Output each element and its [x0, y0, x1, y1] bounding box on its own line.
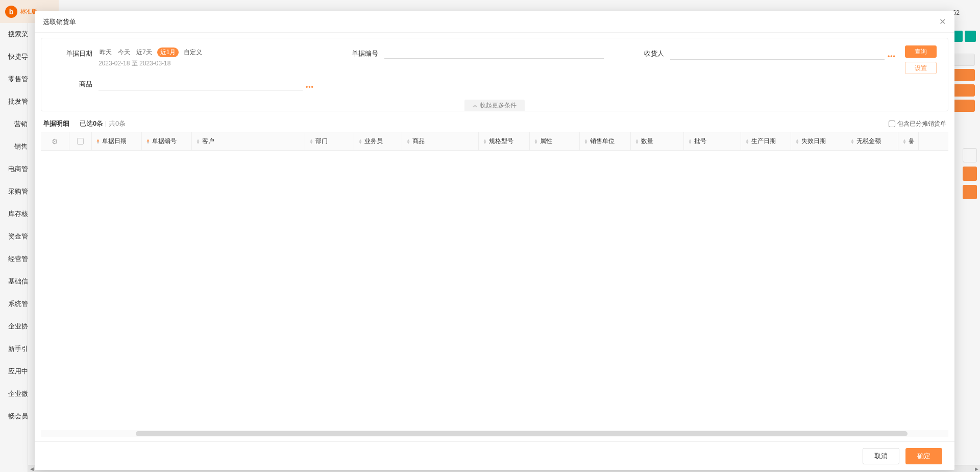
column-header-12[interactable]: ▲▼失效日期 — [791, 132, 846, 150]
date-range-display: 2023-02-18 至 2023-03-18 — [99, 59, 338, 68]
filter-bill-no: 单据编号 — [338, 48, 624, 60]
sort-icon[interactable]: ▲▼ — [745, 139, 749, 144]
sort-icon[interactable]: ▲▼ — [196, 139, 200, 144]
gear-icon: ⚙ — [52, 137, 58, 146]
column-header-label: 单据日期 — [102, 137, 127, 146]
table-body-empty — [41, 151, 948, 406]
column-header-13[interactable]: ▲▼无税金额 — [846, 132, 898, 150]
sort-icon[interactable]: ▲▼ — [795, 139, 799, 144]
table-scroll[interactable]: ⚙ ▲▼单据日期▲▼单据编号▲▼客户▲▼部门▲▼业务员▲▼商品▲▼规格型号▲▼属… — [41, 132, 948, 430]
filter-panel: 单据日期 昨天 今天 近7天 近1月 自定义 2023-02-18 至 2023… — [41, 38, 948, 111]
modal-header: 选取销货单 ✕ — [35, 11, 954, 33]
column-header-label: 商品 — [412, 137, 425, 146]
filter-product: 商品 ••• — [53, 78, 338, 90]
sort-icon[interactable]: ▲▼ — [96, 139, 100, 144]
summary-title: 单据明细 — [43, 119, 69, 128]
column-header-4[interactable]: ▲▼业务员 — [354, 132, 402, 150]
column-header-label: 失效日期 — [801, 137, 826, 146]
product-more-icon[interactable]: ••• — [306, 83, 314, 90]
sort-icon[interactable]: ▲▼ — [358, 139, 362, 144]
table-horizontal-scrollbar[interactable] — [41, 430, 948, 437]
modal-footer: 取消 确定 — [35, 441, 954, 470]
column-header-9[interactable]: ▲▼数量 — [631, 132, 684, 150]
column-header-10[interactable]: ▲▼批号 — [684, 132, 741, 150]
filter-bill-date: 单据日期 昨天 今天 近7天 近1月 自定义 2023-02-18 至 2023… — [53, 48, 338, 68]
product-label: 商品 — [53, 78, 99, 89]
bill-date-label: 单据日期 — [53, 48, 99, 58]
filter-row-2: 商品 ••• — [53, 78, 937, 90]
include-distributed-input[interactable] — [889, 121, 895, 127]
column-header-1[interactable]: ▲▼单据编号 — [142, 132, 192, 150]
date-quick-yesterday[interactable]: 昨天 — [99, 48, 113, 57]
sort-icon[interactable]: ▲▼ — [850, 139, 854, 144]
column-header-label: 备 — [909, 137, 915, 146]
scrollbar-thumb[interactable] — [136, 431, 908, 436]
collapse-filter-label: 收起更多条件 — [480, 101, 517, 110]
column-header-3[interactable]: ▲▼部门 — [305, 132, 354, 150]
bill-no-input[interactable] — [384, 48, 604, 59]
sort-icon[interactable]: ▲▼ — [309, 139, 313, 144]
column-header-label: 销售单位 — [590, 137, 615, 146]
summary-bar: 单据明细 已选0条 | 共0条 包含已分摊销货单 — [41, 115, 948, 132]
column-header-label: 生产日期 — [751, 137, 776, 146]
sort-icon[interactable]: ▲▼ — [584, 139, 588, 144]
column-header-label: 单据编号 — [152, 137, 177, 146]
close-button[interactable]: ✕ — [936, 16, 948, 28]
column-header-label: 规格型号 — [489, 137, 513, 146]
select-sales-order-modal: 选取销货单 ✕ 单据日期 昨天 今天 近7天 — [35, 11, 954, 470]
checkbox-icon[interactable] — [77, 138, 84, 145]
selected-count-text: 已选0条 | 共0条 — [80, 119, 126, 128]
column-header-5[interactable]: ▲▼商品 — [402, 132, 479, 150]
include-distributed-checkbox[interactable]: 包含已分摊销货单 — [889, 120, 946, 128]
date-quick-last1m[interactable]: 近1月 — [157, 48, 179, 57]
column-header-label: 批号 — [694, 137, 706, 146]
settings-button[interactable]: 设置 — [905, 62, 937, 74]
receiver-label: 收货人 — [624, 48, 670, 58]
column-header-6[interactable]: ▲▼规格型号 — [479, 132, 530, 150]
sort-icon[interactable]: ▲▼ — [902, 139, 906, 144]
chevron-up-icon: ︽ — [473, 102, 478, 109]
sort-icon[interactable]: ▲▼ — [688, 139, 692, 144]
select-all-header[interactable] — [69, 132, 92, 150]
collapse-filter-button[interactable]: ︽ 收起更多条件 — [464, 100, 525, 111]
sort-icon[interactable]: ▲▼ — [406, 139, 410, 144]
date-quick-range: 昨天 今天 近7天 近1月 自定义 — [99, 48, 338, 57]
column-header-0[interactable]: ▲▼单据日期 — [92, 132, 142, 150]
column-header-8[interactable]: ▲▼销售单位 — [580, 132, 631, 150]
collapse-filter-bar: ︽ 收起更多条件 — [53, 100, 937, 111]
sort-icon[interactable]: ▲▼ — [146, 139, 150, 144]
table-container: ⚙ ▲▼单据日期▲▼单据编号▲▼客户▲▼部门▲▼业务员▲▼商品▲▼规格型号▲▼属… — [41, 132, 948, 437]
column-settings-header[interactable]: ⚙ — [41, 132, 69, 150]
close-icon: ✕ — [939, 17, 946, 27]
sort-icon[interactable]: ▲▼ — [483, 139, 487, 144]
filter-action-buttons: 查询 设置 — [905, 45, 937, 74]
date-quick-last7[interactable]: 近7天 — [135, 48, 153, 57]
confirm-button[interactable]: 确定 — [905, 448, 942, 464]
column-header-label: 业务员 — [364, 137, 383, 146]
include-distributed-label: 包含已分摊销货单 — [897, 120, 946, 128]
modal-body: 单据日期 昨天 今天 近7天 近1月 自定义 2023-02-18 至 2023… — [35, 33, 954, 441]
modal-title: 选取销货单 — [43, 17, 76, 27]
column-header-2[interactable]: ▲▼客户 — [192, 132, 305, 150]
receiver-input[interactable] — [670, 49, 885, 60]
column-header-11[interactable]: ▲▼生产日期 — [741, 132, 791, 150]
filter-row-1: 单据日期 昨天 今天 近7天 近1月 自定义 2023-02-18 至 2023… — [53, 48, 937, 68]
date-quick-today[interactable]: 今天 — [117, 48, 131, 57]
product-input[interactable] — [99, 79, 303, 90]
search-button[interactable]: 查询 — [905, 45, 937, 58]
bill-no-label: 单据编号 — [338, 48, 384, 58]
sort-icon[interactable]: ▲▼ — [534, 139, 538, 144]
receiver-more-icon[interactable]: ••• — [888, 53, 896, 60]
filter-receiver: 收货人 ••• — [624, 48, 937, 60]
table-header-row: ⚙ ▲▼单据日期▲▼单据编号▲▼客户▲▼部门▲▼业务员▲▼商品▲▼规格型号▲▼属… — [41, 132, 948, 151]
sort-icon[interactable]: ▲▼ — [635, 139, 639, 144]
column-header-7[interactable]: ▲▼属性 — [530, 132, 580, 150]
column-header-label: 数量 — [641, 137, 653, 146]
cancel-button[interactable]: 取消 — [863, 448, 899, 464]
column-header-label: 属性 — [540, 137, 552, 146]
column-header-14[interactable]: ▲▼备 — [898, 132, 919, 150]
column-header-label: 客户 — [202, 137, 214, 146]
date-quick-custom[interactable]: 自定义 — [183, 48, 203, 57]
column-header-label: 无税金额 — [856, 137, 881, 146]
column-header-label: 部门 — [315, 137, 328, 146]
